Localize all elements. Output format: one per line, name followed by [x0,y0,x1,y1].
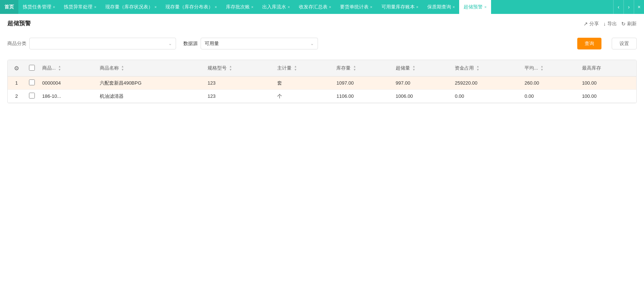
col-avg[interactable]: 平均... ▲▼ [521,60,578,77]
datasource-filter: 数据源 可用量 ⌄ [183,38,318,49]
row-checkbox-cell [25,77,39,90]
col-spec[interactable]: 规格型号 ▲▼ [204,60,274,77]
row-max-stock: 100.00 [578,77,636,90]
select-all-checkbox[interactable] [29,65,35,71]
nav-close-exception[interactable]: × [94,5,96,9]
col-overstock[interactable]: 超储量 ▲▼ [392,60,451,77]
chevron-down-icon: ⌄ [168,41,172,46]
nav-close-shelf-life[interactable]: × [453,5,455,9]
gear-icon[interactable]: ⚙ [11,63,22,73]
nav-batch-account[interactable]: 库存批次账 × [222,0,258,14]
nav-flow-record[interactable]: 出入库流水 × [258,0,294,14]
nav-task-mgmt[interactable]: 拣货任务管理 × [18,0,59,14]
nav-order-stats[interactable]: 要货单统计表 × [336,0,377,14]
col-unit[interactable]: 主计量 ▲▼ [274,60,333,77]
nav-close-available[interactable]: × [416,5,418,9]
nav-inventory-status[interactable]: 现存量（库存状况表） × [101,0,161,14]
nav-close-flow[interactable]: × [288,5,290,9]
row-max-stock: 100.00 [578,90,636,103]
share-icon: ↗ [583,21,588,27]
row-unit: 个 [274,90,333,103]
nav-arrow-right[interactable]: › [623,0,634,14]
row-overstock: 997.00 [392,77,451,90]
nav-close-task-mgmt[interactable]: × [53,5,55,9]
row-num: 1 [8,77,25,90]
col-max-stock: 最高库存 [578,60,636,77]
nav-close-batch[interactable]: × [251,5,253,9]
nav-close-inventory-status[interactable]: × [154,5,157,9]
settings-button[interactable]: 设置 [612,38,637,49]
nav-summary-table[interactable]: 收发存汇总表 × [294,0,336,14]
row-capital: 259220.00 [451,77,521,90]
query-button[interactable]: 查询 [577,38,601,49]
nav-inventory-dist[interactable]: 现存量（库存分布表） × [161,0,221,14]
datasource-select[interactable]: 可用量 ⌄ [201,38,318,49]
sort-overstock-icon: ▲▼ [412,65,415,71]
nav-arrow-left[interactable]: ‹ [613,0,623,14]
page-content: 超储预警 ↗ 分享 ↓ 导出 ↻ 刷新 商品分类 ⌄ 数据源 [0,14,644,293]
row-capital: 0.00 [451,90,521,103]
row-stock: 1097.00 [333,77,392,90]
header-actions: ↗ 分享 ↓ 导出 ↻ 刷新 [583,21,637,27]
col-capital[interactable]: 资金占用 ▲▼ [451,60,521,77]
row-checkbox[interactable] [29,93,35,99]
row-avg: 0.00 [521,90,578,103]
nav-overstock-warning[interactable]: 超储预警 × [459,0,491,14]
export-button[interactable]: ↓ 导出 [603,21,617,27]
sort-unit-icon: ▲▼ [294,65,297,71]
col-product-name[interactable]: 商品名称 ▲▼ [96,60,204,77]
nav-close-order-stats[interactable]: × [370,5,372,9]
row-product-name: 六配套新昌490BPG [96,77,204,90]
data-table: ⚙ 商品... ▲▼ 商品名称 ▲▼ 规格型号 ▲▼ [8,60,636,103]
row-overstock: 1006.00 [392,90,451,103]
row-spec: 123 [204,77,274,90]
datasource-label: 数据源 [183,40,198,47]
col-stock[interactable]: 库存量 ▲▼ [333,60,392,77]
row-product-name: 机油滤清器 [96,90,204,103]
table-header-row: ⚙ 商品... ▲▼ 商品名称 ▲▼ 规格型号 ▲▼ [8,60,636,77]
row-num: 2 [8,90,25,103]
nav-arrow-close[interactable]: × [634,0,644,14]
sort-product-code-icon: ▲▼ [58,65,61,71]
row-stock: 1106.00 [333,90,392,103]
datasource-chevron-icon: ⌄ [310,41,314,46]
table-row: 1 0000004 六配套新昌490BPG 123 套 1097.00 997.… [8,77,636,90]
refresh-icon: ↻ [621,21,626,27]
category-label: 商品分类 [7,40,26,47]
datasource-value: 可用量 [205,40,219,47]
category-select[interactable]: ⌄ [29,38,176,49]
category-filter: 商品分类 ⌄ [7,38,176,49]
row-checkbox-cell [25,90,39,103]
nav-close-summary[interactable]: × [329,5,331,9]
row-spec: 123 [204,90,274,103]
nav-available-ledger[interactable]: 可用量库存账本 × [377,0,423,14]
nav-close-inventory-dist[interactable]: × [215,5,217,9]
share-button[interactable]: ↗ 分享 [583,21,599,27]
row-avg: 260.00 [521,77,578,90]
nav-arrows: ‹ › × [613,0,644,14]
row-checkbox[interactable] [29,79,35,85]
table-row: 2 186-10... 机油滤清器 123 个 1106.00 1006.00 … [8,90,636,103]
row-unit: 套 [274,77,333,90]
row-product-code: 186-10... [39,90,96,103]
page-title: 超储预警 [7,20,31,27]
nav-home[interactable]: 首页 [0,0,18,14]
row-product-code: 0000004 [39,77,96,90]
sort-avg-icon: ▲▼ [541,65,544,71]
sort-product-name-icon: ▲▼ [121,65,124,71]
nav-close-overstock[interactable]: × [484,5,486,9]
nav-exception-handle[interactable]: 拣货异常处理 × [59,0,100,14]
top-nav: 首页 拣货任务管理 × 拣货异常处理 × 现存量（库存状况表） × 现存量（库存… [0,0,644,14]
sort-spec-icon: ▲▼ [229,65,232,71]
nav-shelf-life[interactable]: 保质期查询 × [423,0,459,14]
sort-stock-icon: ▲▼ [353,65,356,71]
export-icon: ↓ [603,21,606,27]
page-header: 超储预警 ↗ 分享 ↓ 导出 ↻ 刷新 [7,20,637,27]
col-checkbox [25,60,39,77]
sort-capital-icon: ▲▼ [476,65,479,71]
refresh-button[interactable]: ↻ 刷新 [621,21,637,27]
filter-area: 商品分类 ⌄ 数据源 可用量 ⌄ 查询 设置 [7,33,637,54]
col-settings: ⚙ [8,60,25,77]
col-product-code[interactable]: 商品... ▲▼ [39,60,96,77]
table-container: ⚙ 商品... ▲▼ 商品名称 ▲▼ 规格型号 ▲▼ [7,60,637,103]
